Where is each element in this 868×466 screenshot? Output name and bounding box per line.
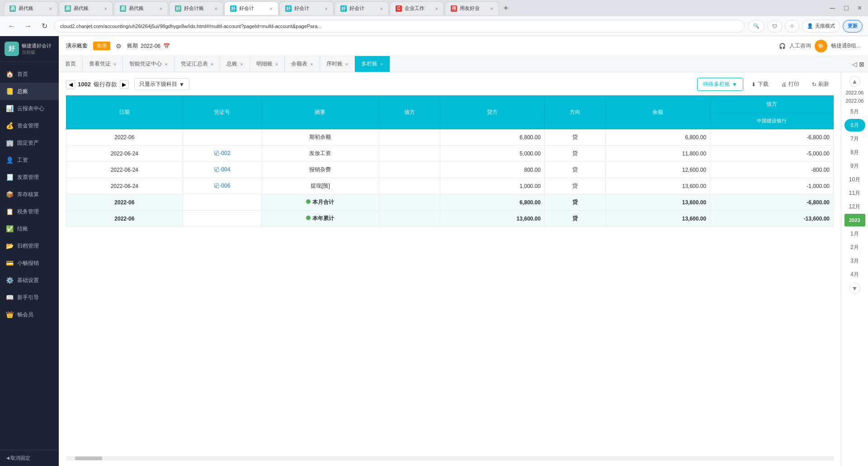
calendar-scroll-up[interactable]: ▲ — [849, 76, 860, 87]
tab-detail[interactable]: 明细账 × — [250, 56, 285, 72]
sidebar-item-salary[interactable]: 👤 工资 — [0, 151, 59, 169]
tab-close-journal[interactable]: × — [345, 61, 348, 67]
search-icon-btn[interactable]: 🔍 — [748, 20, 764, 33]
horizontal-scrollbar[interactable] — [66, 456, 834, 461]
col-header-sub: 借方 — [710, 96, 834, 113]
browser-tab-9[interactable]: 用 用友好业 × — [445, 1, 499, 15]
minimize-button[interactable]: ─ — [827, 3, 838, 13]
browser-tab-1[interactable]: 易 易代账 × — [4, 1, 58, 15]
month-july[interactable]: 7月 — [844, 132, 865, 145]
help-label[interactable]: 人工咨询 — [789, 42, 811, 50]
month-october[interactable]: 10月 — [844, 173, 865, 186]
tab-voucher[interactable]: 查看凭证 × — [83, 56, 123, 72]
sidebar-item-label: 总账 — [17, 88, 28, 95]
sidebar-item-expense[interactable]: 💳 小畅报销 — [0, 254, 59, 272]
prev-account-button[interactable]: ◀ — [66, 80, 75, 89]
month-december[interactable]: 12月 — [844, 200, 865, 213]
filter-button[interactable]: 只显示下级科目 ▼ — [134, 78, 189, 90]
sidebar-item-asset[interactable]: 🏢 固定资产 — [0, 134, 59, 151]
sidebar-item-settings[interactable]: ⚙️ 基础设置 — [0, 272, 59, 289]
close-window-button[interactable]: × — [855, 3, 864, 13]
sidebar-item-label: 资金管理 — [17, 122, 39, 130]
sidebar-item-stock[interactable]: 📦 库存核算 — [0, 186, 59, 203]
download-button[interactable]: ⬇ 下载 — [747, 78, 773, 90]
voucher-link[interactable]: 记-006 — [214, 183, 230, 189]
month-feb-2023[interactable]: 2月 — [844, 241, 865, 254]
browser-tab-8[interactable]: C 企业工作 × — [390, 1, 444, 15]
new-tab-button[interactable]: + — [500, 2, 512, 14]
calendar-scroll-down[interactable]: ▼ — [849, 283, 860, 294]
tab-close-4[interactable]: × — [215, 6, 217, 11]
sidebar-item-member[interactable]: 👑 畅会员 — [0, 306, 59, 323]
update-button[interactable]: 更新 — [843, 20, 863, 33]
tab-close-5[interactable]: × — [270, 6, 273, 11]
month-august[interactable]: 8月 — [844, 146, 865, 159]
browser-tab-4[interactable]: 好 好会计账 × — [169, 1, 223, 15]
address-input[interactable] — [54, 20, 745, 33]
sidebar-item-settle[interactable]: ✅ 结账 — [0, 220, 59, 237]
sidebar-item-ledger[interactable]: 📒 总账 — [0, 83, 59, 100]
tab-close-7[interactable]: × — [380, 6, 383, 11]
browser-tab-3[interactable]: 易 易代账 × — [114, 1, 168, 15]
tab-journal[interactable]: 序时账 × — [320, 56, 355, 72]
sidebar-item-report[interactable]: 📊 云报表中心 — [0, 100, 59, 117]
month-may[interactable]: 5月 — [844, 105, 865, 118]
back-button[interactable]: ← — [5, 20, 18, 33]
browser-tab-2[interactable]: 易 易代账 × — [59, 1, 113, 15]
voucher-link[interactable]: 记-004 — [214, 166, 230, 173]
tab-home[interactable]: 首页 — [59, 56, 83, 72]
month-jan-2023[interactable]: 1月 — [844, 227, 865, 240]
tab-close-8[interactable]: × — [435, 6, 438, 11]
tab-close-voucher[interactable]: × — [113, 61, 116, 67]
special-multicolumn-button[interactable]: 特殊多栏账 ▼ — [697, 78, 743, 91]
expand-pane-icon[interactable]: ⊠ — [859, 61, 864, 68]
tab-summary[interactable]: 凭证汇总表 × — [175, 56, 220, 72]
star-icon-btn[interactable]: ☆ — [785, 20, 799, 33]
browser-tab-6[interactable]: 好 好会计 × — [279, 1, 334, 15]
browser-tab-5[interactable]: 好 好会计 × — [224, 1, 278, 15]
col-header-date: 日期 — [66, 96, 183, 129]
tab-close-3[interactable]: × — [160, 6, 162, 11]
sidebar-item-archive[interactable]: 📂 归档管理 — [0, 237, 59, 254]
voucher-link[interactable]: 记-002 — [214, 150, 230, 156]
tab-smart[interactable]: 智能凭证中心 × — [123, 56, 174, 72]
tab-close-balance[interactable]: × — [310, 61, 313, 67]
sidebar-item-tax[interactable]: 📋 税务管理 — [0, 203, 59, 220]
tab-close-1[interactable]: × — [49, 6, 52, 11]
next-account-button[interactable]: ▶ — [120, 80, 129, 89]
tab-close-smart[interactable]: × — [165, 61, 167, 67]
calendar-icon[interactable]: 📅 — [163, 43, 170, 49]
tab-close-detail[interactable]: × — [275, 61, 278, 67]
tab-close-general[interactable]: × — [240, 61, 243, 67]
shield-icon-btn[interactable]: 🛡 — [767, 20, 782, 33]
month-mar-2023[interactable]: 3月 — [844, 254, 865, 267]
refresh-button[interactable]: ↻ — [38, 20, 51, 33]
tab-multi[interactable]: 多栏账 × — [355, 56, 390, 72]
month-november[interactable]: 11月 — [844, 187, 865, 199]
user-label[interactable]: 畅捷通B组... — [831, 42, 861, 50]
forward-button[interactable]: → — [22, 20, 34, 33]
tab-general[interactable]: 总账 × — [220, 56, 250, 72]
month-september[interactable]: 9月 — [844, 160, 865, 172]
month-june[interactable]: 6月 — [844, 119, 865, 132]
print-button[interactable]: 🖨 打印 — [777, 78, 804, 90]
sidebar-item-fund[interactable]: 💰 资金管理 — [0, 117, 59, 134]
sidebar-item-invoice[interactable]: 🧾 发票管理 — [0, 169, 59, 186]
maximize-button[interactable]: □ — [841, 3, 851, 13]
settings-icon-btn[interactable]: ⚙ — [116, 42, 122, 50]
profile-button[interactable]: 👤 无痕模式 — [802, 20, 840, 33]
tab-close-summary[interactable]: × — [211, 61, 213, 67]
sidebar-item-home[interactable]: 🏠 首页 — [0, 66, 59, 83]
unpin-button[interactable]: ◄取消固定 — [5, 455, 53, 461]
tab-balance[interactable]: 余额表 × — [285, 56, 320, 72]
refresh-button[interactable]: ↻ 刷新 — [807, 78, 834, 90]
year-2022-label2: 2022.06 — [846, 97, 864, 105]
tab-close-6[interactable]: × — [325, 6, 328, 11]
tab-close-2[interactable]: × — [104, 6, 107, 11]
sidebar-item-guide[interactable]: 📖 新手引导 — [0, 289, 59, 306]
collapse-tabs-icon[interactable]: ◁ — [852, 61, 857, 68]
tab-close-9[interactable]: × — [491, 6, 493, 11]
month-apr-2023[interactable]: 4月 — [844, 268, 865, 281]
tab-close-multi[interactable]: × — [380, 61, 383, 67]
browser-tab-7[interactable]: 好 好会计 × — [335, 1, 389, 15]
